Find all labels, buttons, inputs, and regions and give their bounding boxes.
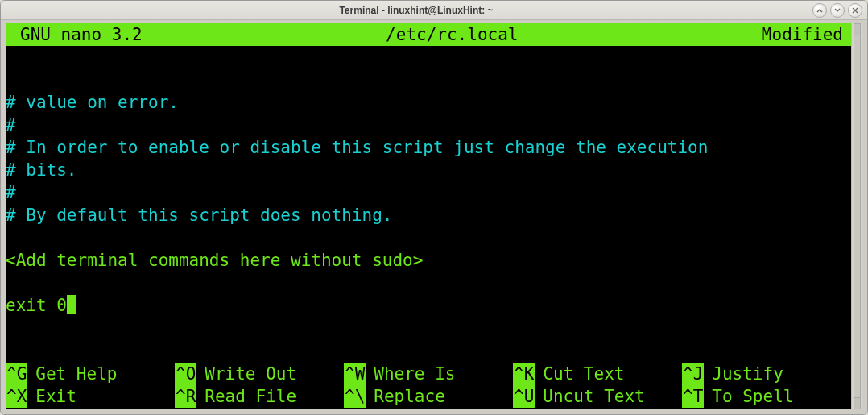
nano-file-path: /etc/rc.local (143, 23, 762, 46)
window-titlebar: Terminal - linuxhint@LinuxHint: ~ (1, 1, 867, 20)
help-row: ^XExit ^RRead File ^\Replace ^UUncut Tex… (6, 385, 851, 408)
exit-command: exit 0 (6, 296, 67, 315)
help-write-out[interactable]: ^OWrite Out (175, 363, 344, 385)
comment-line: # By default this script does nothing. (6, 205, 392, 225)
help-row: ^GGet Help ^OWrite Out ^WWhere Is ^KCut … (6, 363, 851, 385)
help-read-file[interactable]: ^RRead File (175, 385, 344, 408)
nano-help-bar: ^GGet Help ^OWrite Out ^WWhere Is ^KCut … (6, 363, 851, 408)
comment-line: # value on error. (6, 93, 179, 112)
nano-header: GNU nano 3.2 /etc/rc.local Modified (6, 23, 851, 46)
comment-line: # In order to enable or disable this scr… (6, 138, 708, 157)
minimize-button[interactable] (812, 3, 827, 18)
window-title: Terminal - linuxhint@LinuxHint: ~ (20, 5, 812, 16)
comment-line: # (6, 115, 16, 135)
nano-app-name: GNU nano 3.2 (9, 23, 143, 46)
help-cut-text[interactable]: ^KCut Text (513, 363, 682, 385)
comment-line: # (6, 183, 16, 202)
help-where-is[interactable]: ^WWhere Is (344, 363, 513, 385)
help-to-spell[interactable]: ^TTo Spell (682, 385, 851, 408)
terminal-area: GNU nano 3.2 /etc/rc.local Modified # va… (1, 20, 867, 414)
editor-content[interactable]: # value on error. # # In order to enable… (6, 46, 851, 363)
comment-line: # bits. (6, 160, 77, 180)
vertical-scrollbar[interactable] (851, 23, 862, 409)
maximize-button[interactable] (830, 3, 845, 18)
help-exit[interactable]: ^XExit (6, 385, 175, 408)
terminal[interactable]: GNU nano 3.2 /etc/rc.local Modified # va… (6, 23, 851, 409)
scrollbar-thumb[interactable] (854, 35, 861, 398)
placeholder-line: <Add terminal commands here without sudo… (6, 251, 423, 270)
help-get-help[interactable]: ^GGet Help (6, 363, 175, 385)
close-button[interactable] (848, 3, 862, 18)
help-uncut-text[interactable]: ^UUncut Text (513, 385, 682, 408)
text-cursor (67, 295, 76, 314)
help-replace[interactable]: ^\Replace (344, 385, 513, 408)
nano-modified-flag: Modified (762, 23, 848, 46)
help-justify[interactable]: ^JJustify (682, 363, 851, 385)
